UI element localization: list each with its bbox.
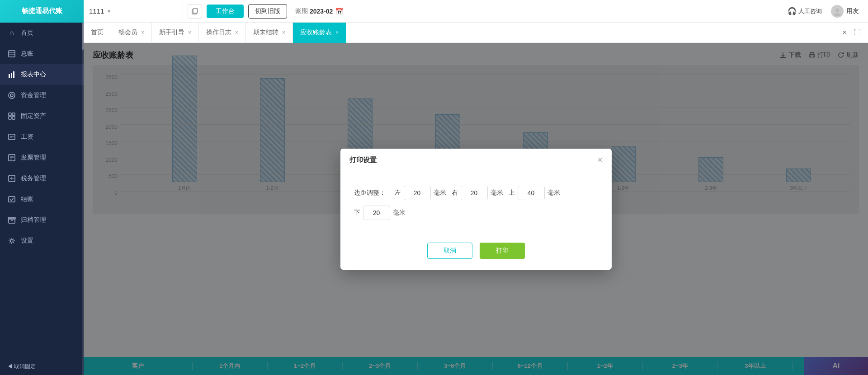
dialog-header: 打印设置 × (340, 149, 612, 172)
report-icon (7, 70, 16, 79)
cancel-button[interactable]: 取消 (427, 243, 472, 259)
tab-actions: × ⛶ (838, 26, 868, 39)
tab-close-icon[interactable]: × (141, 29, 144, 36)
svg-point-3 (834, 13, 840, 16)
period-value: 2023-02 (310, 8, 333, 15)
collapse-sidebar-button[interactable]: ◀ 取消固定 (0, 358, 84, 375)
avatar (831, 5, 844, 18)
header: 畅捷通易代账 1111 ▾ 工作台 切到旧版 账期 2023-02 📅 🎧 人工… (0, 0, 868, 23)
sidebar-item-ledger[interactable]: 总账 (0, 43, 84, 64)
svg-rect-8 (11, 73, 12, 78)
sidebar: ⌂ 首页 总账 报表中心 (0, 23, 84, 375)
margin-bottom-unit: 毫米 (393, 209, 406, 217)
margin-left-label: 左 (395, 189, 401, 197)
tab-aging[interactable]: 应收账龄表 × (293, 23, 346, 43)
sidebar-label: 首页 (21, 29, 33, 37)
margin-left-input[interactable] (404, 186, 431, 200)
tab-close-icon[interactable]: × (188, 29, 191, 36)
tab-label: 应收账龄表 (300, 28, 332, 37)
main-layout: ⌂ 首页 总账 报表中心 (0, 23, 868, 375)
tab-oplog[interactable]: 操作日志 × (199, 23, 246, 43)
svg-rect-4 (9, 51, 15, 57)
margin-top-unit: 毫米 (547, 189, 560, 197)
margin-right-label: 右 (452, 189, 458, 197)
sidebar-item-home[interactable]: ⌂ 首页 (0, 23, 84, 43)
sidebar-item-archive[interactable]: 归档管理 (0, 210, 84, 230)
dialog-close-button[interactable]: × (598, 156, 603, 164)
sidebar-label: 发票管理 (21, 154, 46, 162)
tab-label: 新手引导 (159, 28, 184, 37)
archive-icon (7, 216, 16, 225)
content-area: 首页 畅会员 × 新手引导 × 操作日志 × 期末结转 × 应收账龄表 × (84, 23, 868, 375)
margin-right-input[interactable] (461, 186, 488, 200)
fund-icon (7, 91, 16, 100)
tab-guide[interactable]: 新手引导 × (152, 23, 199, 43)
payroll-icon (7, 132, 16, 141)
tab-period-end[interactable]: 期末结转 × (246, 23, 293, 43)
svg-point-10 (9, 92, 15, 98)
print-settings-dialog: 打印设置 × 边距调整： 左 毫米 右 (340, 149, 612, 270)
logo-text: 畅捷通易代账 (22, 7, 62, 15)
sidebar-item-asset[interactable]: 固定资产 (0, 106, 84, 127)
svg-point-11 (10, 94, 13, 97)
period-area: 账期 2023-02 📅 (295, 7, 343, 15)
tab-close-icon[interactable]: × (335, 29, 339, 36)
margin-left-unit: 毫米 (434, 189, 446, 197)
dialog-body: 边距调整： 左 毫米 右 毫米 (340, 172, 612, 243)
sidebar-item-tax[interactable]: 税务管理 (0, 168, 84, 189)
logo-area: 畅捷通易代账 (0, 0, 84, 23)
sidebar-item-settings[interactable]: 设置 (0, 230, 84, 251)
tab-label: 操作日志 (206, 28, 231, 37)
support-label: 人工咨询 (798, 7, 822, 15)
tab-member[interactable]: 畅会员 × (111, 23, 152, 43)
sidebar-item-invoice[interactable]: 发票管理 (0, 147, 84, 168)
close-all-tabs-button[interactable]: × (838, 26, 851, 39)
tab-label: 期末结转 (253, 28, 278, 37)
svg-rect-13 (12, 113, 15, 116)
tax-icon (7, 174, 16, 183)
sidebar-label: 税务管理 (21, 174, 46, 183)
margin-bottom-label: 下 (354, 209, 360, 217)
workbench-button[interactable]: 工作台 (207, 5, 244, 18)
sidebar-label: 固定资产 (21, 112, 46, 120)
svg-rect-12 (9, 113, 11, 116)
invoice-icon (7, 153, 16, 162)
sidebar-item-fund[interactable]: 资金管理 (0, 85, 84, 106)
asset-icon (7, 112, 16, 121)
home-icon: ⌂ (7, 28, 16, 38)
switch-old-button[interactable]: 切到旧版 (248, 4, 287, 19)
tab-label: 首页 (91, 28, 104, 37)
calendar-icon[interactable]: 📅 (335, 8, 343, 15)
user-name: 用友 (846, 7, 859, 15)
sidebar-item-report[interactable]: 报表中心 (0, 64, 84, 85)
sidebar-item-payroll[interactable]: 工资 (0, 127, 84, 147)
svg-rect-15 (12, 117, 15, 119)
close-books-icon (7, 195, 16, 204)
dialog-footer: 取消 打印 (340, 243, 612, 270)
tab-close-icon[interactable]: × (235, 29, 238, 36)
tab-home[interactable]: 首页 (84, 23, 111, 43)
svg-rect-7 (9, 74, 10, 78)
margin-group-right: 右 毫米 (452, 186, 503, 200)
ledger-icon (7, 49, 16, 58)
maximize-tab-button[interactable]: ⛶ (851, 26, 863, 39)
company-selector[interactable]: 1111 ▾ (84, 0, 183, 23)
support-button[interactable]: 🎧 人工咨询 (788, 7, 822, 15)
period-label: 账期 (295, 7, 308, 15)
margin-right-unit: 毫米 (491, 189, 503, 197)
svg-rect-16 (9, 134, 15, 140)
svg-rect-26 (9, 197, 15, 202)
print-confirm-button[interactable]: 打印 (480, 243, 525, 259)
user-area[interactable]: 用友 (831, 5, 859, 18)
copy-icon-button[interactable] (188, 4, 202, 19)
margin-bottom-input[interactable] (363, 206, 390, 220)
svg-rect-28 (8, 217, 15, 219)
margin-top-input[interactable] (518, 186, 545, 200)
chevron-down-icon: ▾ (108, 8, 110, 14)
tab-label: 畅会员 (118, 28, 137, 37)
tab-close-icon[interactable]: × (282, 29, 285, 36)
margin-group-top: 上 毫米 (509, 186, 560, 200)
svg-rect-9 (13, 71, 14, 78)
svg-rect-14 (9, 117, 11, 119)
sidebar-item-close[interactable]: 结账 (0, 189, 84, 210)
